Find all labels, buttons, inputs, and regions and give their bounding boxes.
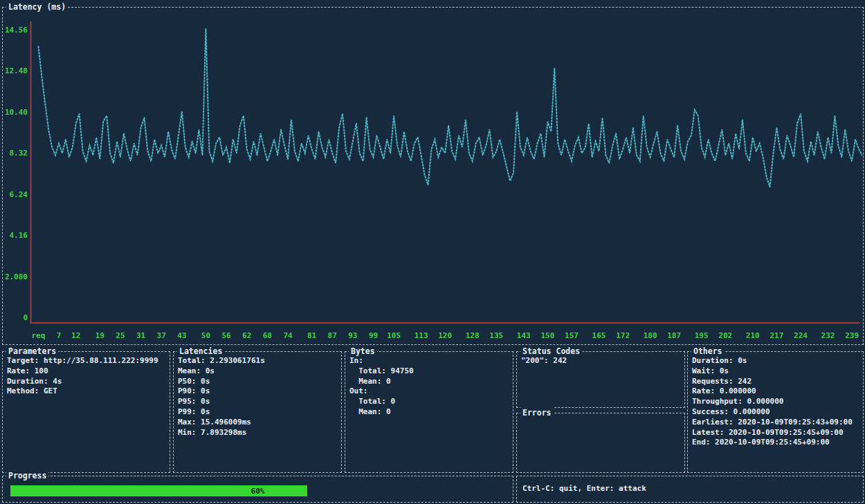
x-tick-label: 50 [201,331,210,340]
x-tick-label: 99 [369,331,378,340]
latencies-panel: Latencies Total: 2.293061761sMean: 0sP50… [173,351,342,473]
x-tick-label: 165 [592,331,606,340]
others-panel: Others Duration: 0sWait: 0sRequests: 242… [687,351,864,473]
panel-line: Success: 0.000000 [692,407,859,418]
x-tick-label: 187 [667,331,681,340]
y-tick-label: 4.16 [10,231,28,240]
others-panel-title: Others [691,346,725,357]
latency-chart-panel: Latency (ms) 14.5612.4810.408.326.244.16… [2,7,864,345]
panel-line: P95: 0s [178,397,338,407]
bytes-lines: In: Total: 94750 Mean: 0Out: Total: 0 Me… [345,352,513,418]
x-tick-label: 19 [95,331,104,340]
x-tick-label: 81 [307,331,317,340]
progress-panel: Progress 60% [2,476,513,503]
x-tick-label: 195 [695,331,709,340]
parameters-lines: Target: http://35.88.111.222:9999Rate: 1… [3,352,170,397]
latency-chart: 14.5612.4810.408.326.244.162.0800req7121… [3,8,862,344]
panel-line: "200": 242 [521,356,681,366]
x-tick-label: 143 [517,331,531,340]
x-tick-label: 7 [57,331,62,340]
x-tick-label: 62 [242,331,251,340]
bytes-panel: Bytes In: Total: 94750 Mean: 0Out: Total… [345,351,513,473]
x-tick-label: 93 [348,331,357,340]
x-tick-label: 31 [136,331,146,340]
x-tick-label: 25 [116,331,125,340]
panel-line: Total: 94750 [349,366,509,377]
y-tick-label: 14.56 [5,26,28,35]
x-tick-label: 180 [644,331,657,340]
x-tick-label: 128 [466,331,480,340]
y-tick-label: 12.48 [5,66,28,75]
x-tick-label: req [31,331,45,340]
errors-panel: Errors [516,413,685,473]
panel-line: P99: 0s [178,407,338,418]
x-tick-label: 105 [387,331,401,340]
panel-line: Earliest: 2020-10-09T09:25:43+09:00 [692,418,859,428]
x-tick-label: 74 [283,331,293,340]
panel-line: Max: 15.496009ms [178,418,338,428]
latency-series-line [38,28,862,187]
progress-label: 60% [10,486,505,496]
x-tick-label: 120 [438,331,452,340]
panel-line: Mean: 0 [349,377,509,387]
panel-line: Total: 2.293061761s [178,356,338,366]
errors-panel-title: Errors [520,407,554,418]
panel-line: P90: 0s [178,386,338,397]
help-panel: Ctrl-C: quit, Enter: attack [516,476,864,503]
status-codes-panel: Status Codes "200": 242 [516,351,685,408]
panel-line: Mean: 0 [349,407,509,418]
x-tick-label: 87 [328,331,337,340]
latencies-panel-title: Latencies [177,346,224,357]
parameters-panel-title: Parameters [6,346,58,357]
x-tick-label: 202 [718,331,732,340]
panel-line: Mean: 0s [178,366,338,377]
panel-line: Requests: 242 [692,377,859,387]
panel-line: Latest: 2020-10-09T09:25:45+09:00 [692,428,859,438]
bytes-panel-title: Bytes [349,346,377,357]
panel-line: Target: http://35.88.111.222:9999 [7,356,166,366]
panel-line: Duration: 4s [7,377,166,387]
x-tick-label: 210 [746,331,760,340]
x-tick-label: 150 [540,331,554,340]
latencies-lines: Total: 2.293061761sMean: 0sP50: 0sP90: 0… [174,352,341,438]
x-tick-label: 56 [221,331,231,340]
x-tick-label: 135 [489,331,503,340]
panel-line: Throughput: 0.000000 [692,397,859,407]
parameters-panel: Parameters Target: http://35.88.111.222:… [2,351,170,473]
others-lines: Duration: 0sWait: 0sRequests: 242Rate: 0… [688,352,863,448]
x-tick-label: 224 [794,331,808,340]
y-tick-label: 0 [23,313,28,322]
x-tick-label: 113 [415,331,428,340]
panel-line: Duration: 0s [692,356,859,366]
y-tick-label: 6.24 [10,190,28,199]
panel-line: Out: [349,386,509,397]
panel-line: Rate: 0.000000 [692,386,859,397]
x-tick-label: 68 [263,331,272,340]
status-codes-panel-title: Status Codes [520,346,582,357]
y-tick-label: 10.40 [5,108,28,117]
panel-line: Min: 7.893298ms [178,428,338,438]
panel-line: Rate: 100 [7,366,166,377]
panel-line: Total: 0 [349,397,509,407]
x-tick-label: 43 [177,331,186,340]
panel-line: Wait: 0s [692,366,859,377]
y-tick-label: 8.32 [10,149,28,158]
x-tick-label: 232 [821,331,835,340]
panel-line: End: 2020-10-09T09:25:45+09:00 [692,438,859,448]
panel-line: Method: GET [7,386,166,397]
progress-gauge: 60% [10,485,505,496]
x-tick-label: 37 [157,331,166,340]
x-tick-label: 157 [565,331,579,340]
panel-line: In: [349,356,509,366]
y-tick-label: 2.080 [5,272,28,281]
x-tick-label: 239 [845,331,859,340]
axis-lines [31,21,861,323]
x-tick-label: 217 [770,331,783,340]
help-text: Ctrl-C: quit, Enter: attack [517,476,863,493]
x-tick-label: 12 [71,331,80,340]
ali-load-tester-terminal[interactable]: { "theme":{ "bg":"#16293d","border":"#b6… [0,0,865,504]
progress-panel-title: Progress [6,470,48,481]
panel-line: P50: 0s [178,377,338,387]
x-tick-label: 172 [616,331,630,340]
